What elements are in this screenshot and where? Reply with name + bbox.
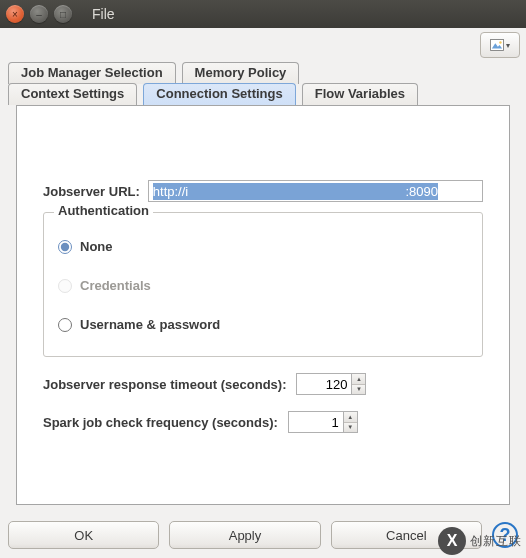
tab-job-manager-selection[interactable]: Job Manager Selection xyxy=(8,62,176,84)
settings-panel: Jobserver URL: http://i :8090 Authentica… xyxy=(16,105,510,505)
auth-label-credentials: Credentials xyxy=(80,278,151,293)
frequency-step-up-icon[interactable]: ▲ xyxy=(344,412,357,423)
authentication-group: Authentication None Credentials Username… xyxy=(43,212,483,357)
image-icon xyxy=(490,39,504,51)
auth-label-userpass: Username & password xyxy=(80,317,220,332)
ok-button[interactable]: OK xyxy=(8,521,159,549)
url-prefix-text: http://i xyxy=(153,183,188,200)
frequency-spinner[interactable]: ▲ ▼ xyxy=(288,411,358,433)
tab-flow-variables[interactable]: Flow Variables xyxy=(302,83,418,105)
auth-label-none: None xyxy=(80,239,113,254)
auth-option-none[interactable]: None xyxy=(58,239,470,254)
tab-row-2: Context Settings Connection Settings Flo… xyxy=(8,83,518,105)
maximize-icon[interactable]: □ xyxy=(54,5,72,23)
auth-option-credentials: Credentials xyxy=(58,278,470,293)
timeout-row: Jobserver response timeout (seconds): ▲ … xyxy=(43,373,483,395)
jobserver-url-label: Jobserver URL: xyxy=(43,184,140,199)
url-suffix-text: :8090 xyxy=(405,183,438,200)
frequency-step-down-icon[interactable]: ▼ xyxy=(344,423,357,433)
watermark: X 创新互联 xyxy=(438,524,526,558)
window-title: File xyxy=(92,6,115,22)
toolbar: ▾ xyxy=(0,28,526,62)
timeout-spinner[interactable]: ▲ ▼ xyxy=(296,373,366,395)
auth-radio-userpass[interactable] xyxy=(58,318,72,332)
timeout-input[interactable] xyxy=(296,373,352,395)
jobserver-url-row: Jobserver URL: http://i :8090 xyxy=(43,180,483,202)
watermark-logo-icon: X xyxy=(438,527,466,555)
close-icon[interactable]: × xyxy=(6,5,24,23)
frequency-label: Spark job check frequency (seconds): xyxy=(43,415,278,430)
watermark-text: 创新互联 xyxy=(470,533,522,550)
authentication-legend: Authentication xyxy=(54,203,153,218)
tab-memory-policy[interactable]: Memory Policy xyxy=(182,62,300,84)
timeout-step-up-icon[interactable]: ▲ xyxy=(352,374,365,385)
tab-row-1: Job Manager Selection Memory Policy xyxy=(8,62,518,84)
timeout-step-down-icon[interactable]: ▼ xyxy=(352,385,365,395)
dropdown-caret-icon: ▾ xyxy=(506,41,510,50)
tab-connection-settings[interactable]: Connection Settings xyxy=(143,83,295,105)
tab-context-settings[interactable]: Context Settings xyxy=(8,83,137,105)
auth-option-userpass[interactable]: Username & password xyxy=(58,317,470,332)
frequency-input[interactable] xyxy=(288,411,344,433)
titlebar: × – □ File xyxy=(0,0,526,28)
timeout-label: Jobserver response timeout (seconds): xyxy=(43,377,286,392)
frequency-row: Spark job check frequency (seconds): ▲ ▼ xyxy=(43,411,483,433)
svg-rect-0 xyxy=(491,39,504,50)
minimize-icon[interactable]: – xyxy=(30,5,48,23)
jobserver-url-input[interactable]: http://i :8090 xyxy=(148,180,483,202)
svg-point-2 xyxy=(499,41,501,43)
auth-radio-credentials xyxy=(58,279,72,293)
apply-button[interactable]: Apply xyxy=(169,521,320,549)
tab-area: Job Manager Selection Memory Policy Cont… xyxy=(0,62,526,505)
image-dropdown-button[interactable]: ▾ xyxy=(480,32,520,58)
auth-radio-none[interactable] xyxy=(58,240,72,254)
